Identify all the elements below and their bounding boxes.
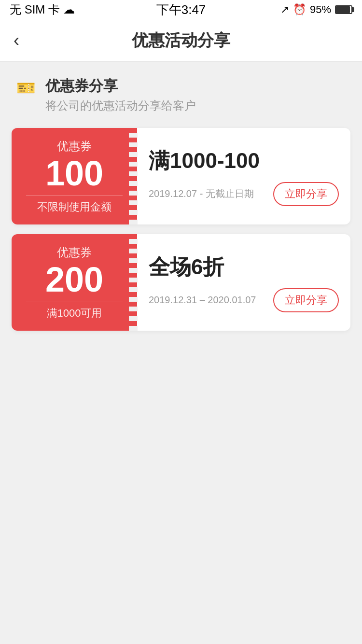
coupon-bottom-row-1: 2019.12.31 – 2020.01.07 立即分享 <box>149 288 339 312</box>
alarm-icon: ⏰ <box>293 3 306 16</box>
section-text: 优惠券分享 将公司的优惠活动分享给客户 <box>45 76 196 113</box>
coupon-right-1: 全场6折 2019.12.31 – 2020.01.07 立即分享 <box>137 234 350 331</box>
section-header: 🎫 优惠券分享 将公司的优惠活动分享给客户 <box>0 62 362 123</box>
coupon-icon: 🎫 <box>14 76 38 99</box>
signal-text: 无 SIM 卡 ☁ <box>10 2 75 17</box>
coupon-divider-0 <box>26 196 123 196</box>
coupon-card: 优惠券 100 不限制使用金额 满1000-100 2019.12.07 - 无… <box>12 128 350 224</box>
coupon-bottom-row-0: 2019.12.07 - 无截止日期 立即分享 <box>149 182 339 206</box>
coupon-share-button-1[interactable]: 立即分享 <box>273 288 339 312</box>
battery-icon <box>335 5 352 14</box>
coupon-amount-1: 200 <box>45 262 103 297</box>
section-subtitle: 将公司的优惠活动分享给客户 <box>45 98 196 113</box>
coupon-name-0: 满1000-100 <box>149 147 339 175</box>
coupon-amount-0: 100 <box>45 156 103 191</box>
page-background <box>0 340 362 582</box>
status-left: 无 SIM 卡 ☁ <box>10 2 75 17</box>
coupon-left-0: 优惠券 100 不限制使用金额 <box>12 128 137 224</box>
coupon-date-1: 2019.12.31 – 2020.01.07 <box>149 294 256 306</box>
coupon-label-0: 优惠券 <box>57 139 92 154</box>
nav-bar: ‹ 优惠活动分享 <box>0 19 362 62</box>
page-title: 优惠活动分享 <box>132 29 230 52</box>
coupon-condition-1: 满1000可用 <box>47 306 102 321</box>
coupon-divider-1 <box>26 302 123 302</box>
coupon-card: 优惠券 200 满1000可用 全场6折 2019.12.31 – 2020.0… <box>12 234 350 331</box>
status-bar: 无 SIM 卡 ☁ 下午3:47 ↗ ⏰ 95% <box>0 0 362 19</box>
coupon-date-0: 2019.12.07 - 无截止日期 <box>149 187 254 200</box>
coupon-condition-0: 不限制使用金额 <box>37 200 111 214</box>
coupon-label-1: 优惠券 <box>57 245 92 260</box>
section-title: 优惠券分享 <box>45 76 196 96</box>
coupon-left-1: 优惠券 200 满1000可用 <box>12 234 137 331</box>
status-right: ↗ ⏰ 95% <box>280 3 352 16</box>
coupon-right-0: 满1000-100 2019.12.07 - 无截止日期 立即分享 <box>137 128 350 224</box>
coupon-name-1: 全场6折 <box>149 253 339 281</box>
battery-text: 95% <box>310 3 331 16</box>
status-time: 下午3:47 <box>156 1 206 18</box>
coupon-share-button-0[interactable]: 立即分享 <box>273 182 339 206</box>
back-button[interactable]: ‹ <box>14 30 19 51</box>
location-icon: ↗ <box>280 3 289 16</box>
coupon-list: 优惠券 100 不限制使用金额 满1000-100 2019.12.07 - 无… <box>0 123 362 340</box>
